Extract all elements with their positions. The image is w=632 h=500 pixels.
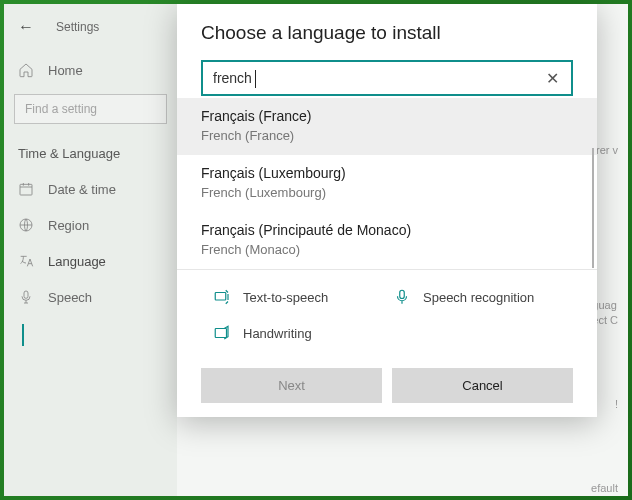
feature-handwriting: Handwriting [213,324,393,342]
list-item[interactable]: Français (Principauté de Monaco) French … [177,212,597,269]
svg-rect-4 [400,290,405,298]
calendar-icon [18,181,34,197]
backdrop-text: ! [615,398,618,410]
language-icon [18,253,34,269]
active-indicator [22,324,24,346]
feature-label: Text-to-speech [243,290,328,305]
result-native: Français (Luxembourg) [201,165,573,181]
find-setting-input[interactable]: Find a setting [14,94,167,124]
feature-speech: Speech recognition [393,288,573,306]
install-language-modal: Choose a language to install ✕ Français … [177,4,597,417]
sidebar-item-label: Speech [48,290,92,305]
sidebar-item-speech[interactable]: Speech [4,279,177,315]
feature-panel: Text-to-speech Speech recognition Handwr… [177,269,597,350]
sidebar-header: ← Settings [4,18,177,52]
language-search[interactable]: ✕ [201,60,573,96]
home-icon [18,62,34,78]
sidebar-item-datetime[interactable]: Date & time [4,171,177,207]
sidebar-item-label: Date & time [48,182,116,197]
language-search-input[interactable] [203,62,534,94]
list-item[interactable]: Français (France) French (France) [177,98,597,155]
back-arrow-icon[interactable]: ← [18,18,34,36]
feature-label: Speech recognition [423,290,534,305]
sidebar-item-home[interactable]: Home [4,52,177,88]
result-native: Français (France) [201,108,573,124]
sidebar-section-label: Time & Language [4,138,177,171]
globe-icon [18,217,34,233]
scrollbar[interactable] [592,148,594,268]
feature-tts: Text-to-speech [213,288,393,306]
sidebar-item-label: Language [48,254,106,269]
microphone-icon [18,289,34,305]
svg-rect-3 [215,293,226,301]
results-list: Français (France) French (France) França… [177,98,597,269]
svg-rect-2 [24,291,28,298]
handwriting-icon [213,324,231,342]
cancel-button[interactable]: Cancel [392,368,573,403]
sidebar-item-label: Region [48,218,89,233]
sidebar-item-language[interactable]: Language [4,243,177,279]
sidebar-item-label: Home [48,63,83,78]
feature-label: Handwriting [243,326,312,341]
list-item[interactable]: Français (Luxembourg) French (Luxembourg… [177,155,597,212]
svg-rect-0 [20,184,32,195]
svg-rect-5 [215,329,226,338]
result-native: Français (Principauté de Monaco) [201,222,573,238]
result-local: French (Luxembourg) [201,185,573,200]
result-local: French (Monaco) [201,242,573,257]
tts-icon [213,288,231,306]
sidebar: ← Settings Home Find a setting Time & La… [4,4,177,496]
next-button[interactable]: Next [201,368,382,403]
app-title: Settings [56,20,99,34]
sidebar-item-region[interactable]: Region [4,207,177,243]
modal-title: Choose a language to install [177,22,597,60]
text-cursor [255,70,256,88]
backdrop-text: efault [591,482,618,494]
clear-icon[interactable]: ✕ [534,69,571,88]
modal-actions: Next Cancel [177,350,597,403]
microphone-icon [393,288,411,306]
result-local: French (France) [201,128,573,143]
